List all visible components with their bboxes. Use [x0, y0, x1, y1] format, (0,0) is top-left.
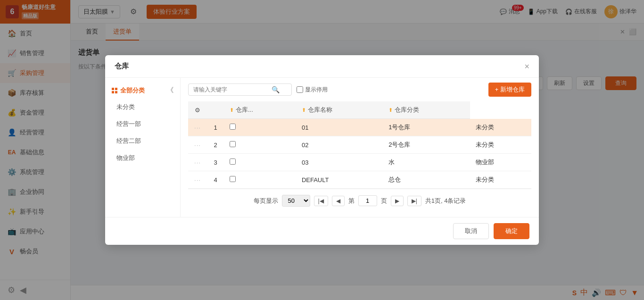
table-row[interactable]: ··· 2 02 2号仓库 未分类: [188, 136, 531, 154]
category-all-header[interactable]: 全部分类 《: [105, 83, 180, 99]
page-word: 第: [348, 197, 355, 205]
gear-icon: ⚙: [195, 107, 200, 114]
first-page-button[interactable]: |◀: [314, 196, 328, 206]
page-number-input[interactable]: [358, 195, 377, 206]
th-check: [207, 101, 224, 119]
table-row[interactable]: ··· 3 03 水 物业部: [188, 154, 531, 171]
row-check: [224, 171, 296, 189]
modal-close-button[interactable]: ×: [524, 62, 529, 71]
more-icon: ···: [194, 124, 201, 131]
th-category-label: 仓库分类: [395, 106, 419, 114]
row-num: 3: [207, 154, 224, 171]
row-checkbox[interactable]: [230, 124, 236, 130]
cat-item-dept1[interactable]: 经营一部: [105, 116, 180, 133]
show-disabled-label: 显示停用: [305, 86, 328, 94]
row-code: DEFAULT: [296, 171, 383, 189]
row-check: [224, 119, 296, 136]
last-page-button[interactable]: ▶|: [407, 196, 421, 206]
search-icon: 🔍: [272, 86, 280, 93]
cat-item-uncategorized[interactable]: 未分类: [105, 99, 180, 116]
per-page-label: 每页显示: [254, 197, 278, 205]
add-warehouse-button[interactable]: + 新增仓库: [488, 83, 531, 97]
modal-body: 全部分类 《 未分类 经营一部 经营二部 物业部 🔍: [105, 78, 539, 217]
cat-item-property[interactable]: 物业部: [105, 150, 180, 167]
grid-icon: [112, 88, 117, 93]
warehouse-table: ⚙ ⬆ 仓库...: [188, 101, 531, 189]
th-gear: ⚙: [188, 101, 207, 119]
all-category-label: 全部分类: [120, 86, 145, 95]
row-name: 水: [383, 154, 470, 171]
row-checkbox[interactable]: [230, 141, 236, 147]
row-num: 2: [207, 136, 224, 154]
show-disabled-input[interactable]: [297, 86, 303, 93]
row-category: 物业部: [470, 154, 532, 171]
category-collapse-icon[interactable]: 《: [167, 86, 173, 95]
row-gear: ···: [188, 171, 207, 189]
more-icon: ···: [194, 142, 201, 149]
prev-page-button[interactable]: ◀: [332, 196, 345, 206]
more-icon: ···: [194, 176, 201, 183]
row-gear: ···: [188, 119, 207, 136]
confirm-button[interactable]: 确定: [494, 223, 529, 239]
row-gear: ···: [188, 154, 207, 171]
table-row[interactable]: ··· 1 01 1号仓库 未分类: [188, 119, 531, 136]
th-category: ⬆ 仓库分类: [383, 101, 470, 119]
next-page-button[interactable]: ▶: [391, 196, 404, 206]
row-name: 总仓: [383, 171, 470, 189]
row-num: 4: [207, 171, 224, 189]
row-code: 01: [296, 119, 383, 136]
th-name: ⬆ 仓库名称: [296, 101, 383, 119]
show-disabled-checkbox: 显示停用: [297, 86, 328, 94]
warehouse-modal: 仓库 × 全部分类 《: [105, 55, 539, 245]
total-pages-label: 共1页, 4条记录: [425, 197, 466, 205]
row-category: 未分类: [470, 171, 532, 189]
row-check: [224, 136, 296, 154]
row-check: [224, 154, 296, 171]
modal-title: 仓库: [115, 62, 129, 71]
modal-main-content: 🔍 显示停用 + 新增仓库 ⚙: [181, 78, 539, 217]
th-name-label: 仓库名称: [308, 106, 332, 114]
sort-icon-category: ⬆: [388, 107, 393, 113]
modal-header: 仓库 ×: [105, 55, 539, 78]
row-name: 2号仓库: [383, 136, 470, 154]
row-category: 未分类: [470, 119, 532, 136]
modal-footer: 取消 确定: [105, 217, 539, 245]
row-checkbox[interactable]: [230, 158, 236, 165]
more-icon: ···: [194, 159, 201, 166]
row-code: 02: [296, 136, 383, 154]
sort-icon-name: ⬆: [302, 107, 306, 113]
th-code: ⬆ 仓库...: [224, 101, 296, 119]
row-gear: ···: [188, 136, 207, 154]
search-box: 🔍: [188, 83, 292, 96]
search-input[interactable]: [193, 86, 269, 93]
row-num: 1: [207, 119, 224, 136]
modal-overlay: 仓库 × 全部分类 《: [0, 0, 644, 300]
cancel-button[interactable]: 取消: [453, 223, 489, 239]
row-checkbox[interactable]: [230, 176, 236, 182]
row-code: 03: [296, 154, 383, 171]
row-name: 1号仓库: [383, 119, 470, 136]
th-code-label: 仓库...: [236, 106, 253, 114]
modal-toolbar: 🔍 显示停用 + 新增仓库: [188, 83, 531, 97]
cat-item-dept2[interactable]: 经营二部: [105, 133, 180, 150]
page-unit-label: 页: [381, 197, 387, 205]
pagination: 每页显示 50 100 200 |◀ ◀ 第 页 ▶ ▶| 共1页, 4条记录: [188, 189, 531, 212]
row-category: 未分类: [470, 136, 532, 154]
category-sidebar: 全部分类 《 未分类 经营一部 经营二部 物业部: [105, 78, 181, 217]
per-page-select[interactable]: 50 100 200: [282, 195, 310, 207]
sort-icon-code: ⬆: [230, 107, 234, 113]
table-row[interactable]: ··· 4 DEFAULT 总仓 未分类: [188, 171, 531, 189]
